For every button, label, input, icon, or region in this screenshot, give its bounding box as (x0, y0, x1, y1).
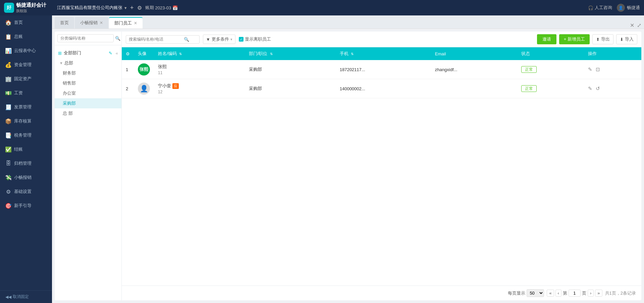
sidebar-item-label: 发票管理 (14, 104, 32, 110)
dept-node-finance[interactable]: 财务部 (55, 68, 121, 78)
tabs-bar: 首页 小畅报销 ✕ 部门员工 ✕ ✕ ⤢ (52, 15, 644, 29)
topbar-right: 🎧 人工咨询 👤 畅捷通 (588, 4, 640, 12)
dept-root-all[interactable]: ⊞ 全部部门 ✎ « (55, 48, 121, 58)
page-label-suffix: 页 (582, 290, 586, 296)
sidebar-item-guide[interactable]: 🎯 新手引导 (0, 199, 52, 213)
assets-icon: 🏢 (5, 76, 11, 82)
dept-node-office[interactable]: 办公室 (55, 88, 121, 98)
sidebar-item-assets[interactable]: 🏢 固定资产 (0, 72, 52, 86)
sort-arrows-dept: ⇅ (270, 52, 273, 56)
sidebar-item-checkout[interactable]: ✅ 结账 (0, 142, 52, 156)
cancel-fixed-button[interactable]: ◀◀ 取消固定 (0, 290, 52, 303)
main-layout: 🏠 首页 📋 总账 📊 云报表中心 💰 资金管理 🏢 固定资产 💵 工资 🧾 发… (0, 15, 644, 303)
dept-node-sales[interactable]: 销售部 (55, 78, 121, 88)
th-phone[interactable]: 手机 ⇅ (336, 47, 431, 60)
search-icon[interactable]: 🔍 (115, 36, 120, 41)
prev-page-button[interactable]: ‹ (555, 290, 561, 297)
sidebar-item-home[interactable]: 🏠 首页 (0, 15, 52, 30)
dept-group-label: 总部 (64, 60, 73, 66)
search-input[interactable] (129, 37, 182, 42)
first-page-button[interactable]: « (547, 290, 554, 297)
tab-close-icon[interactable]: ✕ (100, 20, 103, 25)
th-name[interactable]: 姓名/编码 ⇅ (154, 47, 245, 60)
show-resigned-toggle[interactable]: ✓ 显示离职员工 (239, 36, 271, 42)
th-settings[interactable]: ⚙ (122, 47, 134, 60)
calendar-icon[interactable]: 📅 (172, 5, 178, 10)
tax-icon: 📑 (5, 132, 11, 138)
row-email: zhangxidf... (431, 60, 517, 79)
logout-icon[interactable]: ⊡ (596, 66, 600, 72)
per-page-select[interactable]: 50 20 100 (527, 289, 544, 297)
row-status: 正常 (517, 60, 584, 79)
import-button[interactable]: ⬇ 导入 (616, 34, 637, 44)
sidebar-item-funds[interactable]: 💰 资金管理 (0, 58, 52, 72)
edit-icon[interactable]: ✎ (109, 51, 112, 56)
checkbox-resigned[interactable]: ✓ (239, 37, 244, 42)
sidebar-item-label: 库存核算 (14, 118, 32, 124)
close-tab-button[interactable]: ✕ (630, 22, 634, 29)
next-page-button[interactable]: › (588, 290, 594, 297)
settings-icon[interactable]: ⚙ (137, 5, 142, 11)
dept-node-purchase[interactable]: 采购部 (55, 98, 121, 108)
search-icon[interactable]: 🔍 (184, 37, 189, 42)
sidebar-item-expense[interactable]: 💸 小畅报销 (0, 170, 52, 185)
page-input[interactable] (569, 290, 581, 297)
export-button[interactable]: ⬆ 导出 (592, 34, 613, 44)
sidebar-item-invoice[interactable]: 🧾 发票管理 (0, 100, 52, 114)
dept-node-label: 销售部 (63, 80, 76, 86)
page-size-select: 每页显示 50 20 100 (508, 289, 544, 297)
add-tab-button[interactable]: + (130, 4, 134, 11)
sidebar-item-settings[interactable]: ⚙ 基础设置 (0, 185, 52, 199)
sidebar-item-label: 结账 (14, 146, 23, 152)
page-content: 🔍 ⊞ 全部部门 ✎ « ▼ 总部 财务部 (55, 32, 641, 300)
sidebar-item-label: 税务管理 (14, 132, 32, 138)
status-badge: 正常 (521, 85, 537, 92)
sidebar-item-archive[interactable]: 🗄 归档管理 (0, 156, 52, 170)
last-page-button[interactable]: » (595, 290, 602, 297)
tab-close-icon[interactable]: ✕ (134, 21, 137, 26)
add-employee-button[interactable]: + 新增员工 (559, 34, 590, 44)
grid-icon: ⊞ (58, 51, 62, 56)
table-wrapper: ⚙ 头像 姓名/编码 ⇅ 部门/职位 ⇅ 手机 ⇅ Email 状态 操作 (122, 47, 641, 286)
edit-icon[interactable]: ✎ (588, 86, 592, 92)
sidebar-item-ledger[interactable]: 📋 总账 (0, 30, 52, 44)
edit-icon[interactable]: ✎ (588, 66, 592, 72)
sidebar-item-label: 固定资产 (14, 76, 32, 82)
expand-tab-button[interactable]: ⤢ (637, 22, 641, 29)
import-label: 导入 (625, 36, 634, 42)
company-selector[interactable]: 江西服宝精品有限责任公司内账张 ▾ (57, 5, 127, 11)
employee-name: 张熙 (158, 64, 241, 70)
pagination: 每页显示 50 20 100 « ‹ 第 页 › (122, 286, 641, 300)
delete-icon[interactable]: ↺ (596, 86, 600, 92)
invite-button[interactable]: 邀请 (537, 34, 556, 44)
row-index: 1 (122, 60, 134, 79)
tab-department[interactable]: 部门员工 ✕ (109, 17, 143, 29)
tab-home[interactable]: 首页 (55, 17, 74, 29)
import-icon: ⬇ (620, 37, 624, 42)
sidebar-item-salary[interactable]: 💵 工资 (0, 86, 52, 100)
dept-tree: ⊞ 全部部门 ✎ « ▼ 总部 财务部 销售部 (55, 45, 121, 300)
sidebar-item-tax[interactable]: 📑 税务管理 (0, 128, 52, 142)
row-avatar: 👤 (134, 79, 154, 98)
total-info: 共1页，2条记录 (605, 290, 636, 296)
sidebar-item-reports[interactable]: 📊 云报表中心 (0, 44, 52, 58)
service-button[interactable]: 🎧 人工咨询 (588, 5, 612, 11)
dept-search-input[interactable] (57, 34, 114, 42)
filter-icon: ▼ (206, 37, 210, 42)
arrow-down-icon: ▼ (59, 61, 63, 65)
tab-label: 小畅报销 (80, 20, 98, 26)
sidebar-item-inventory[interactable]: 📦 库存核算 (0, 114, 52, 128)
collapse-icon[interactable]: « (116, 51, 118, 56)
gear-icon[interactable]: ⚙ (126, 51, 130, 56)
page-label-prefix: 第 (563, 290, 567, 296)
toolbar-right: 邀请 + 新增员工 ⬆ 导出 ⬇ 导入 (537, 34, 637, 44)
search-box: 🔍 (126, 35, 200, 44)
expense-icon: 💸 (5, 174, 11, 181)
tab-expense[interactable]: 小畅报销 ✕ (75, 17, 108, 29)
user-info[interactable]: 👤 畅捷通 (617, 4, 640, 12)
th-dept[interactable]: 部门/职位 ⇅ (245, 47, 336, 60)
row-status: 正常 (517, 79, 584, 98)
dept-node-general[interactable]: 总 部 (55, 108, 121, 118)
filter-button[interactable]: ▼ 更多条件 ▾ (203, 35, 235, 44)
dept-group-headquarters[interactable]: ▼ 总部 (55, 58, 121, 68)
